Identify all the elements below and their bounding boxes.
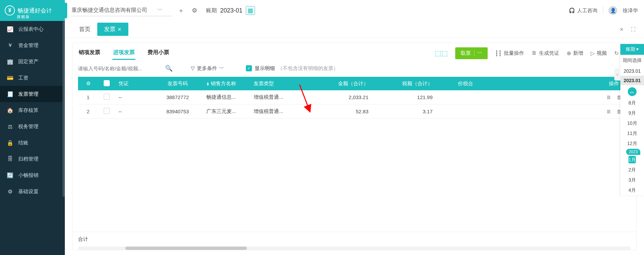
wallet-icon: 💳 xyxy=(7,74,14,81)
row-checkbox[interactable] xyxy=(98,108,115,115)
avatar-icon[interactable]: 👤 xyxy=(609,6,617,15)
period-month-current[interactable]: 1月 xyxy=(628,155,636,165)
more-filters-button[interactable]: ▽ 更多条件 ﹀ xyxy=(191,65,224,72)
nav-funds[interactable]: ￥资金管理 xyxy=(0,37,65,53)
footer-total-label: 合计 xyxy=(78,236,88,242)
cell-amount: 52.83 xyxy=(304,109,372,114)
table-row[interactable]: 1 -- 38872772 畅捷通信息... 增值税普通... 2,033.21… xyxy=(78,90,631,105)
fetch-invoice-button[interactable]: 取票 ﹀ xyxy=(455,47,488,59)
period-selector[interactable]: 账期 2023-01 ▦ xyxy=(206,6,255,15)
period-month[interactable]: 9月 xyxy=(628,108,636,118)
cell-voucher: -- xyxy=(115,94,152,100)
doc-icon: 🗎 xyxy=(532,50,537,56)
nav-salary[interactable]: 💳工资 xyxy=(0,70,65,86)
col-tax[interactable]: 税额（合计） xyxy=(372,80,436,87)
nav-inventory[interactable]: 🏠库存核算 xyxy=(0,102,65,118)
cell-tax: 121.99 xyxy=(372,94,436,100)
col-voucher[interactable]: 凭证 xyxy=(115,80,152,87)
nav-label: 基础设置 xyxy=(18,188,38,195)
gen-voucher-button[interactable]: 🗎生成凭证 xyxy=(532,50,559,56)
row-checkbox[interactable] xyxy=(98,94,115,101)
period-month[interactable]: 12月 xyxy=(627,139,637,149)
add-icon[interactable]: ＋ xyxy=(176,6,186,15)
current-year-badge: 2023 xyxy=(626,149,641,155)
funnel-icon: ▽ xyxy=(191,65,195,71)
nav-settings[interactable]: ⚙基础设置 xyxy=(0,183,65,200)
divider xyxy=(603,6,603,15)
more-filters-label: 更多条件 xyxy=(197,65,217,72)
search-icon[interactable]: 🔍 xyxy=(165,65,173,72)
video-button[interactable]: ▷视频 xyxy=(591,50,607,56)
show-detail-checkbox[interactable]: ✓ 显示明细 （不包含没有明细的发票） xyxy=(246,65,338,72)
company-selector[interactable]: 重庆畅捷交通信息咨询有限公司 ﹀ xyxy=(71,5,172,16)
consult-button[interactable]: 🎧 人工咨询 xyxy=(569,7,597,14)
invoice-icon: 🧾 xyxy=(7,91,14,97)
sidebar-scrollbar[interactable] xyxy=(62,21,65,255)
tab-home[interactable]: 首页 xyxy=(72,23,97,36)
scroll-up-icon[interactable]: ︽ xyxy=(628,87,637,96)
period-year[interactable]: 2023.01 xyxy=(620,76,644,85)
col-amount[interactable]: 金额（合计） xyxy=(304,80,372,87)
nav-report-center[interactable]: 📈云报表中心 xyxy=(0,21,65,37)
panel-collapse-handle[interactable]: › xyxy=(614,68,620,80)
video-label: 视频 xyxy=(597,50,607,56)
nav-archive[interactable]: 🗄归档管理 xyxy=(0,151,65,167)
horizontal-scrollbar[interactable] xyxy=(78,247,631,250)
brand-logo-icon: ¥ xyxy=(5,5,15,16)
subtab-sales[interactable]: 销项发票 xyxy=(78,46,101,60)
col-checkbox[interactable] xyxy=(98,80,115,87)
username[interactable]: 徐泽华 xyxy=(623,7,638,14)
qr-icon[interactable]: ⬚⬚ xyxy=(435,49,448,57)
brand: ¥ 畅捷通好会计 旗舰版 xyxy=(0,0,65,21)
archive-icon: 🗄 xyxy=(7,156,14,162)
tab-label: 首页 xyxy=(79,25,91,33)
gear-icon: ⚙ xyxy=(7,188,14,195)
invoice-table: ⚙ 凭证 发票号码 ▲▼销售方名称 发票类型 金额（合计） 税额（合计） 价税合… xyxy=(73,77,636,232)
cell-invoice-no: 83940753 xyxy=(152,109,203,114)
nav-invoice[interactable]: 🧾发票管理 xyxy=(0,86,65,102)
period-month[interactable]: 3月 xyxy=(628,175,636,185)
col-total[interactable]: 价税合 xyxy=(436,80,476,87)
period-month[interactable]: 11月 xyxy=(627,129,637,139)
close-all-icon[interactable]: ✕ xyxy=(618,26,625,33)
subtab-expense[interactable]: 费用小票 xyxy=(147,46,170,60)
headset-icon: 🎧 xyxy=(569,7,575,14)
period-panel-title: 期间选择 xyxy=(623,55,642,66)
checkbox-icon xyxy=(104,108,110,114)
nav-tax[interactable]: ⚖税务管理 xyxy=(0,118,65,135)
subtab-purchase[interactable]: 进项发票 xyxy=(112,46,135,60)
view-icon[interactable]: 🗎 xyxy=(606,94,611,100)
search-input[interactable] xyxy=(78,66,162,71)
nav-label: 归档管理 xyxy=(18,156,38,162)
nav-close-account[interactable]: 🔒结账 xyxy=(0,135,65,151)
batch-ops-button[interactable]: ┇┇批量操作 xyxy=(495,50,524,56)
period-month[interactable]: 10月 xyxy=(627,118,637,129)
nav-reimburse[interactable]: 🔄小畅报销 xyxy=(0,167,65,183)
nav: 📈云报表中心 ￥资金管理 🏢固定资产 💳工资 🧾发票管理 🏠库存核算 ⚖税务管理… xyxy=(0,21,65,255)
checkbox-icon xyxy=(104,80,110,86)
settings-icon[interactable]: ⚙ xyxy=(190,6,199,15)
period-month[interactable]: 2月 xyxy=(628,165,636,175)
col-invoice-no[interactable]: 发票号码 xyxy=(152,80,203,87)
nav-fixed-assets[interactable]: 🏢固定资产 xyxy=(0,53,65,70)
col-type[interactable]: 发票类型 xyxy=(250,80,304,87)
period-month[interactable]: 8月 xyxy=(628,98,636,108)
period-month[interactable]: 4月 xyxy=(628,185,636,195)
close-icon[interactable]: ✕ xyxy=(118,27,122,32)
page-tabs: 首页 发票 ✕ ✕ ⛶ xyxy=(65,21,644,38)
add-button[interactable]: ⊕新增 xyxy=(567,50,583,56)
gear-icon: ⚙ xyxy=(86,80,91,86)
calendar-icon: ▦ xyxy=(246,6,255,15)
col-settings[interactable]: ⚙ xyxy=(78,80,98,87)
chevron-down-icon: ﹀ xyxy=(474,50,482,56)
tab-invoice[interactable]: 发票 ✕ xyxy=(97,23,128,36)
table-row[interactable]: 2 -- 83940753 广东三元麦... 增值税普通... 52.83 3.… xyxy=(78,105,631,119)
nav-label: 工资 xyxy=(18,75,28,81)
col-seller[interactable]: ▲▼销售方名称 xyxy=(203,80,250,87)
view-icon[interactable]: 🗎 xyxy=(606,109,611,114)
period-year[interactable]: 2023.01 xyxy=(620,66,644,76)
plus-circle-icon: ⊕ xyxy=(567,50,571,56)
fullscreen-icon[interactable]: ⛶ xyxy=(630,26,637,33)
period-panel-button[interactable]: 账期 ▾ xyxy=(620,44,644,55)
cell-invoice-no: 38872772 xyxy=(152,94,203,100)
